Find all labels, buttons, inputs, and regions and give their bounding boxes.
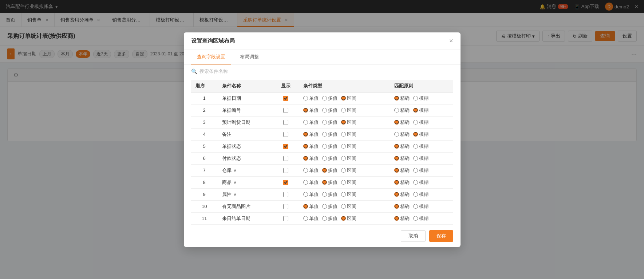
row-type: 单值多值区间 [299,128,390,140]
row-match: 精确模糊 [390,140,453,147]
search-bar: 🔍 [184,65,461,80]
row-order: 1 [191,92,218,104]
row-order: 4 [191,128,218,140]
modal-tabs: 查询字段设置 布局调整 [184,50,461,65]
row-match: 精确模糊 [390,128,453,140]
row-match: 精确模糊 [390,104,453,116]
modal-title: 设置查询区域布局 [191,38,235,44]
modal: 设置查询区域布局 × 查询字段设置 布局调整 🔍 [184,32,461,148]
search-input-wrap: 🔍 [191,68,264,76]
row-type: 单值多值区间 [299,104,390,116]
row-type: 单值多值区间 [299,116,390,128]
modal-overlay: 设置查询区域布局 × 查询字段设置 布局调整 🔍 [0,0,644,147]
table-row: 3预计到货日期单值多值区间精确模糊 [191,116,453,128]
row-type: 单值多值区间 [299,140,390,147]
row-order: 3 [191,116,218,128]
modal-close-btn[interactable]: × [449,38,453,44]
modal-tab-query[interactable]: 查询字段设置 [191,50,231,64]
table-row: 4备注单值多值区间精确模糊 [191,128,453,140]
modal-tab-layout[interactable]: 布局调整 [234,50,265,64]
row-match: 精确模糊 [390,92,453,104]
row-type: 单值多值区间 [299,92,390,104]
display-checkbox[interactable] [283,120,288,125]
row-display [272,128,299,140]
search-input[interactable] [199,68,264,74]
row-display [272,104,299,116]
display-checkbox[interactable] [283,144,288,148]
row-match: 精确模糊 [390,116,453,128]
row-name: 预计到货日期 [218,116,272,128]
search-icon: 🔍 [191,68,197,74]
modal-body: 查询字段设置 布局调整 🔍 顺序 条 [184,50,461,148]
display-checkbox[interactable] [283,96,288,101]
col-header-type: 条件类型 [299,80,390,93]
display-checkbox[interactable] [283,132,288,137]
modal-header: 设置查询区域布局 × [184,32,461,50]
table-row: 2单据编号单值多值区间精确模糊 [191,104,453,116]
row-name: 单据编号 [218,104,272,116]
modal-table-wrap: 顺序 条件名称 显示 条件类型 匹配原则 1单据日期单值多值区间精确模糊2单据编… [184,80,461,148]
table-row: 1单据日期单值多值区间精确模糊 [191,92,453,104]
col-header-order: 顺序 [191,80,218,93]
table-header-row: 顺序 条件名称 显示 条件类型 匹配原则 [191,80,453,93]
row-name: 备注 [218,128,272,140]
table-row: 5单据状态单值多值区间精确模糊 [191,140,453,147]
display-checkbox[interactable] [283,108,288,113]
col-header-match: 匹配原则 [390,80,453,93]
row-display [272,116,299,128]
row-name: 单据日期 [218,92,272,104]
modal-table: 顺序 条件名称 显示 条件类型 匹配原则 1单据日期单值多值区间精确模糊2单据编… [191,80,453,148]
row-display [272,92,299,104]
row-order: 5 [191,140,218,147]
row-order: 2 [191,104,218,116]
col-header-display: 显示 [272,80,299,93]
row-name: 单据状态 [218,140,272,147]
col-header-name: 条件名称 [218,80,272,93]
row-display [272,140,299,147]
